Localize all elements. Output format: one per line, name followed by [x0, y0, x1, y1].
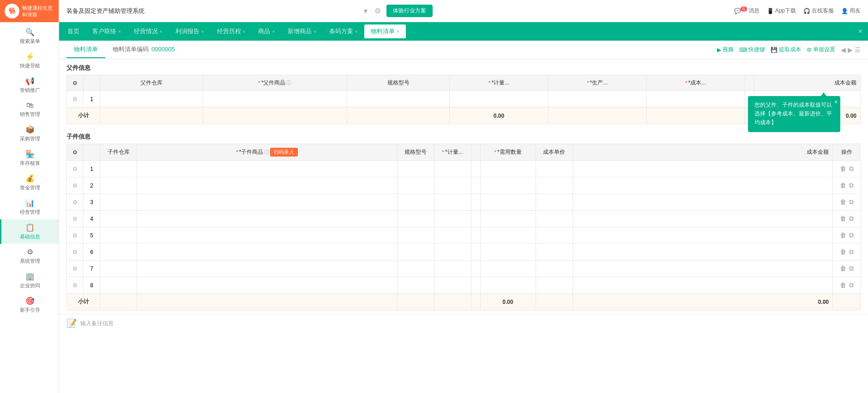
- parent-row-settings[interactable]: ⚙: [67, 91, 84, 108]
- tab-customer[interactable]: 客户联络 ×: [86, 24, 127, 38]
- child-row-product[interactable]: [137, 194, 398, 211]
- message-btn[interactable]: 💬 6 消息: [734, 7, 760, 15]
- child-row-cost-unit[interactable]: [536, 161, 573, 177]
- sidebar-item-enterprise[interactable]: 🏢 企业协同: [0, 268, 59, 293]
- child-row-warehouse[interactable]: [100, 227, 137, 244]
- tab-operation-history[interactable]: 经营历程 ×: [211, 24, 252, 38]
- sub-tab-bom-list[interactable]: 物料清单: [66, 42, 105, 58]
- child-row-settings[interactable]: ⚙: [67, 277, 84, 294]
- copy-icon[interactable]: ⧉: [849, 165, 854, 173]
- nav-next-icon[interactable]: ▶: [848, 46, 853, 54]
- sidebar-item-sales[interactable]: 🛍 销售管理: [0, 97, 59, 121]
- child-row-settings[interactable]: ⚙: [67, 227, 84, 244]
- tab-products-close[interactable]: ×: [272, 29, 275, 34]
- sidebar-item-marketing[interactable]: 📢 营销推广: [0, 73, 59, 97]
- parent-row-product[interactable]: [203, 91, 347, 108]
- child-row-required-qty[interactable]: [480, 227, 536, 244]
- child-row-required-qty[interactable]: [480, 194, 536, 211]
- sidebar-item-guide[interactable]: 🎯 新手引导: [0, 293, 59, 317]
- child-row-unit[interactable]: [434, 227, 471, 244]
- child-row-product[interactable]: [137, 177, 398, 194]
- tab-new-product-close[interactable]: ×: [313, 29, 316, 34]
- child-row-settings[interactable]: ⚙: [67, 244, 84, 260]
- child-row-cost-unit[interactable]: [536, 244, 573, 260]
- online-support-btn[interactable]: 🎧 在线客服: [803, 7, 834, 15]
- child-row-cost-unit[interactable]: [536, 194, 573, 211]
- tab-products[interactable]: 商品 ×: [252, 24, 281, 38]
- copy-icon[interactable]: ⧉: [849, 215, 854, 223]
- child-row-product[interactable]: [137, 277, 398, 294]
- child-row-spec[interactable]: [397, 227, 434, 244]
- child-row-required-qty[interactable]: [480, 161, 536, 177]
- sidebar-item-operation[interactable]: 📊 经营管理: [0, 195, 59, 219]
- copy-icon[interactable]: ⧉: [849, 231, 854, 239]
- delete-icon[interactable]: 🗑: [840, 198, 846, 206]
- child-row-unit[interactable]: [434, 211, 471, 227]
- single-settings-btn[interactable]: ⚙ 单据设置: [807, 46, 835, 54]
- child-row-unit[interactable]: [434, 244, 471, 260]
- tab-customer-close[interactable]: ×: [118, 29, 121, 34]
- user-btn[interactable]: 👤 用友: [841, 7, 861, 15]
- child-row-warehouse[interactable]: [100, 194, 137, 211]
- shortcut-btn[interactable]: ⌨ 快捷键: [739, 46, 765, 54]
- delete-icon[interactable]: 🗑: [840, 215, 846, 223]
- tab-profit-close[interactable]: ×: [201, 29, 204, 34]
- tooltip-close-btn[interactable]: ×: [834, 98, 838, 107]
- child-row-unit[interactable]: [434, 194, 471, 211]
- view-video-btn[interactable]: ▶ 视频: [717, 46, 734, 54]
- delete-icon[interactable]: 🗑: [840, 231, 846, 239]
- child-row-warehouse[interactable]: [100, 161, 137, 177]
- delete-icon[interactable]: 🗑: [840, 248, 846, 256]
- child-row-cost-unit[interactable]: [536, 211, 573, 227]
- child-row-settings[interactable]: ⚙: [67, 211, 84, 227]
- sidebar-item-inventory[interactable]: 🏪 库存核算: [0, 146, 59, 170]
- copy-icon[interactable]: ⧉: [849, 198, 854, 206]
- child-row-settings[interactable]: ⚙: [67, 260, 84, 277]
- child-row-warehouse[interactable]: [100, 244, 137, 260]
- copy-icon[interactable]: ⧉: [849, 181, 854, 189]
- child-row-spec[interactable]: [397, 244, 434, 260]
- child-product-info-icon[interactable]: ⓘ: [264, 149, 269, 156]
- sidebar-item-basic[interactable]: 📋 基础信息: [0, 219, 59, 244]
- settings-gear-icon[interactable]: ⚙: [374, 6, 381, 15]
- child-row-required-qty[interactable]: [480, 244, 536, 260]
- tab-home[interactable]: 首页: [61, 24, 86, 38]
- sidebar-item-finance[interactable]: 💰 资金管理: [0, 170, 59, 195]
- sub-tab-bom-code[interactable]: 物料清单编码 0000005: [105, 42, 182, 58]
- parent-row-spec[interactable]: [347, 91, 450, 108]
- child-row-unit[interactable]: [434, 161, 471, 177]
- tab-operation-status[interactable]: 经营情况 ×: [127, 24, 169, 38]
- child-row-unit[interactable]: [434, 277, 471, 294]
- sidebar-item-quick-nav[interactable]: ⚡ 快捷导航: [0, 48, 59, 73]
- child-row-warehouse[interactable]: [100, 177, 137, 194]
- child-row-unit[interactable]: [434, 260, 471, 277]
- tab-profit[interactable]: 利润报告 ×: [169, 24, 211, 38]
- child-row-spec[interactable]: [397, 260, 434, 277]
- child-row-unit[interactable]: [434, 177, 471, 194]
- delete-icon[interactable]: 🗑: [840, 165, 846, 173]
- copy-icon[interactable]: ⧉: [849, 265, 854, 272]
- child-row-settings[interactable]: ⚙: [67, 177, 84, 194]
- tab-new-product[interactable]: 新增商品 ×: [281, 24, 323, 38]
- child-row-settings[interactable]: ⚙: [67, 161, 84, 177]
- list-view-icon[interactable]: ☰: [855, 46, 861, 54]
- child-row-product[interactable]: [137, 244, 398, 260]
- parent-product-info-icon[interactable]: ⓘ: [286, 79, 291, 86]
- extract-cost-btn[interactable]: 💾 提取成本: [771, 46, 801, 54]
- tab-bom-close[interactable]: ×: [397, 29, 399, 34]
- tab-operation-history-close[interactable]: ×: [243, 29, 246, 34]
- parent-row-unit[interactable]: [450, 91, 548, 108]
- scan-input-btn[interactable]: 扫码录入: [270, 148, 298, 157]
- child-row-warehouse[interactable]: [100, 277, 137, 294]
- child-row-cost-unit[interactable]: [536, 277, 573, 294]
- sidebar-item-search[interactable]: 🔍 搜索菜单: [0, 24, 59, 48]
- dropdown-arrow-icon[interactable]: ▼: [362, 7, 369, 15]
- child-row-required-qty[interactable]: [480, 277, 536, 294]
- app-download-btn[interactable]: 📱 App下载: [767, 7, 796, 15]
- child-row-spec[interactable]: [397, 194, 434, 211]
- copy-icon[interactable]: ⧉: [849, 248, 854, 256]
- child-row-cost-unit[interactable]: [536, 260, 573, 277]
- child-row-warehouse[interactable]: [100, 211, 137, 227]
- delete-icon[interactable]: 🗑: [840, 181, 846, 189]
- child-row-spec[interactable]: [397, 277, 434, 294]
